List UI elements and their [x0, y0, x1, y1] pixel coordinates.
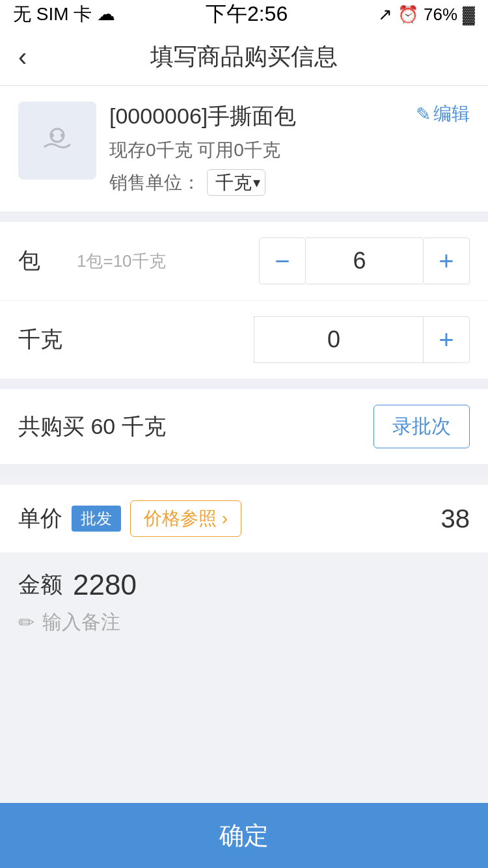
divider-3 [0, 464, 488, 474]
price-section: 单价 批发 价格参照 › 38 [0, 485, 488, 553]
status-bar: 无 SIM 卡 ☁ 下午2:56 ↗ ⏰ 76% ▓ [0, 0, 488, 29]
kilo-increment-button[interactable]: + [423, 316, 470, 363]
page-title: 填写商品购买信息 [150, 41, 338, 73]
edit-icon: ✎ [416, 103, 431, 125]
total-section: 共购买 60 千克 录批次 [0, 389, 488, 464]
input-section: 包 1包=10千克 − + 千克 + [0, 222, 488, 379]
status-bar-right: ↗ ⏰ 76% ▓ [378, 5, 475, 25]
price-tag: 批发 [72, 506, 121, 532]
bao-controls: − + [259, 237, 470, 284]
bao-label: 包 [18, 246, 70, 276]
edit-button[interactable]: ✎ 编辑 [416, 102, 470, 126]
price-left: 单价 批发 价格参照 › [18, 500, 241, 537]
price-label: 单价 [18, 504, 62, 534]
kilo-label: 千克 [18, 325, 254, 355]
alarm-icon: ⏰ [398, 5, 418, 25]
product-stock: 现存0千克 可用0千克 [109, 138, 470, 163]
product-card: [0000006]手撕面包 ✎ 编辑 现存0千克 可用0千克 销售单位： 千克 … [0, 86, 488, 211]
divider-1 [0, 211, 488, 222]
back-button[interactable]: ‹ [18, 42, 27, 72]
kilo-controls: + [254, 316, 470, 363]
note-row[interactable]: ✏ 输入备注 [18, 609, 470, 636]
status-bar-time: 下午2:56 [206, 0, 288, 29]
total-text: 共购买 60 千克 [18, 412, 166, 442]
svg-point-2 [61, 133, 64, 137]
confirm-button[interactable]: 确定 [0, 803, 488, 868]
unit-label: 销售单位： [109, 170, 200, 195]
product-image [18, 102, 96, 180]
sim-status: 无 SIM 卡 ☁ [13, 2, 115, 27]
bao-increment-button[interactable]: + [423, 237, 470, 284]
battery-icon: ▓ [463, 5, 475, 25]
product-unit-row: 销售单位： 千克 包 [109, 169, 470, 196]
note-icon: ✏ [18, 611, 34, 634]
kilo-input-row: 千克 + [0, 301, 488, 379]
product-info: [0000006]手撕面包 ✎ 编辑 现存0千克 可用0千克 销售单位： 千克 … [109, 102, 470, 196]
batch-button[interactable]: 录批次 [373, 405, 470, 448]
divider-2 [0, 379, 488, 389]
unit-selector[interactable]: 千克 包 [200, 169, 265, 196]
bao-hint: 1包=10千克 [77, 250, 259, 273]
edit-label: 编辑 [433, 102, 470, 126]
bao-input[interactable] [306, 237, 423, 284]
amount-value: 2280 [73, 569, 137, 601]
svg-point-1 [50, 133, 54, 137]
amount-section: 金额 2280 ✏ 输入备注 [0, 553, 488, 646]
bao-decrement-button[interactable]: − [259, 237, 306, 284]
battery-text: 76% [424, 5, 457, 25]
price-value: 38 [441, 504, 470, 534]
location-icon: ↗ [378, 5, 392, 25]
unit-select[interactable]: 千克 包 [207, 169, 265, 196]
status-bar-left: 无 SIM 卡 ☁ [13, 2, 115, 27]
note-placeholder: 输入备注 [42, 609, 120, 636]
price-ref-button[interactable]: 价格参照 › [130, 500, 241, 537]
kilo-input[interactable] [254, 316, 423, 363]
amount-row: 金额 2280 [18, 569, 470, 601]
nav-bar: ‹ 填写商品购买信息 [0, 29, 488, 86]
product-name: [0000006]手撕面包 [109, 102, 296, 131]
amount-label: 金额 [18, 570, 62, 600]
bao-input-row: 包 1包=10千克 − + [0, 222, 488, 301]
